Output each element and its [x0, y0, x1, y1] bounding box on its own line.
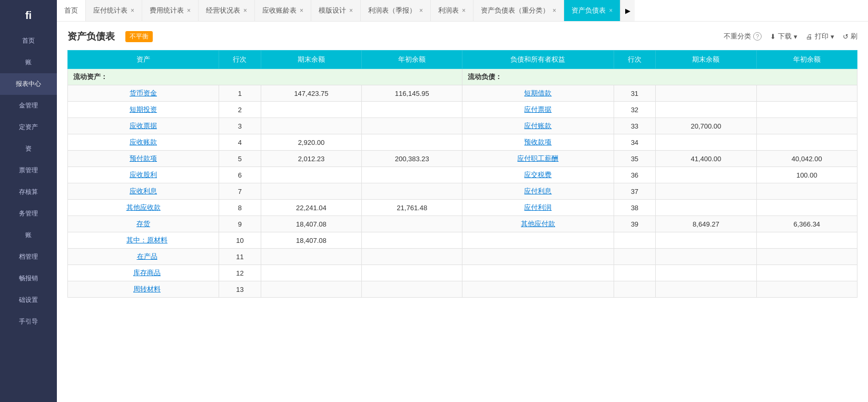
asset-link[interactable]: 应收股利 [130, 171, 157, 179]
tab-income-quarterly[interactable]: 利润表（季报） × [361, 0, 431, 21]
sidebar-item-archive[interactable]: 档管理 [0, 246, 57, 268]
sidebar-item-account2[interactable]: 账 [0, 224, 57, 246]
print-chevron-icon: ▾ [831, 33, 834, 41]
row-num2-cell: 35 [614, 151, 656, 167]
tab-balance-reclassified-close[interactable]: × [553, 7, 556, 14]
row-num-cell: 10 [219, 232, 261, 249]
row-num-cell: 11 [219, 249, 261, 265]
asset-link[interactable]: 预付款项 [130, 154, 157, 162]
tab-balance-label: 资产负债表 [571, 6, 606, 15]
tab-home-label: 首页 [64, 6, 78, 15]
tab-home[interactable]: 首页 [57, 0, 86, 21]
asset-link[interactable]: 应收账款 [130, 138, 157, 146]
period-end-cell [261, 249, 361, 265]
refresh-icon: ↺ [843, 33, 849, 41]
liability-name-cell: 预收款项 [462, 134, 614, 151]
tab-ap-summary[interactable]: 应付统计表 × [86, 0, 142, 21]
asset-link[interactable]: 其他应收款 [126, 203, 161, 211]
tab-operations[interactable]: 经营状况表 × [199, 0, 255, 21]
tab-ap-summary-close[interactable]: × [131, 7, 134, 14]
asset-link[interactable]: 应收票据 [130, 122, 157, 130]
liability-link[interactable]: 应交税费 [524, 171, 551, 179]
asset-link[interactable]: 在产品 [137, 252, 157, 260]
liability-link[interactable]: 应付利息 [524, 187, 551, 195]
sidebar-item-inventory[interactable]: 存核算 [0, 181, 57, 203]
period-end-cell [261, 265, 361, 281]
print-button[interactable]: 🖨 打印 ▾ [806, 32, 834, 41]
liability-link[interactable]: 短期借款 [524, 89, 551, 97]
asset-name-cell: 短期投资 [68, 102, 219, 118]
refresh-button[interactable]: ↺ 刷 [843, 32, 857, 41]
tab-expense-summary-close[interactable]: × [187, 7, 191, 14]
sidebar-item-home[interactable]: 首页 [0, 30, 57, 52]
asset-link[interactable]: 周转材料 [133, 285, 161, 293]
asset-name-cell: 货币资金 [68, 85, 219, 102]
asset-name-cell: 在产品 [68, 249, 219, 265]
table-row: 应收利息 7 应付利息 37 [68, 183, 857, 200]
asset-link[interactable]: 存货 [136, 220, 150, 228]
sidebar-item-tickets[interactable]: 票管理 [0, 160, 57, 181]
period-end-cell [261, 281, 361, 298]
tab-expense-summary-label: 费用统计表 [150, 6, 184, 15]
sidebar-item-ledger[interactable]: 账 [0, 52, 57, 73]
balance-sheet-table: 资产 行次 期末余额 年初余额 负债和所有者权益 行次 期末余额 年初余额 流动… [67, 50, 857, 298]
tab-balance-close[interactable]: × [609, 7, 613, 14]
period-end2-cell [656, 265, 756, 281]
liability-link[interactable]: 应付利润 [524, 203, 551, 211]
liability-link[interactable]: 应付职工薪酬 [517, 154, 558, 162]
sidebar-item-fixed-assets[interactable]: 定资产 [0, 116, 57, 138]
row-num2-cell: 31 [614, 85, 656, 102]
table-row: 货币资金 1 147,423.75 116,145.95 短期借款 31 [68, 85, 857, 102]
asset-link[interactable]: 应收利息 [130, 187, 157, 195]
tab-template-close[interactable]: × [349, 7, 353, 14]
tab-income-quarterly-close[interactable]: × [419, 7, 423, 14]
sidebar-item-investment[interactable]: 资 [0, 138, 57, 160]
liability-name-cell: 短期借款 [462, 85, 614, 102]
period-end-cell [261, 102, 361, 118]
sidebar-item-reports[interactable]: 报表中心 [0, 73, 57, 95]
sidebar-item-tax[interactable]: 务管理 [0, 203, 57, 224]
tab-expense-summary[interactable]: 费用统计表 × [142, 0, 199, 21]
tab-income[interactable]: 利润表 × [431, 0, 474, 21]
asset-name-cell: 其他应收款 [68, 200, 219, 216]
row-num-cell: 13 [219, 281, 261, 298]
tab-balance-reclassified-label: 资产负债表（重分类） [481, 6, 549, 15]
sidebar-item-settings[interactable]: 础设置 [0, 289, 57, 311]
tab-balance-reclassified[interactable]: 资产负债表（重分类） × [474, 0, 564, 21]
liability-link[interactable]: 其他应付款 [521, 220, 555, 228]
tab-operations-close[interactable]: × [243, 7, 247, 14]
tab-scroll-right[interactable]: ▶ [620, 0, 635, 21]
tab-ar-aging-close[interactable]: × [300, 7, 303, 14]
year-start-cell [362, 265, 462, 281]
liability-link[interactable]: 应付票据 [524, 105, 551, 113]
classify-toggle[interactable]: 不重分类 ? [724, 32, 762, 41]
asset-link[interactable]: 短期投资 [130, 105, 157, 113]
period-end2-cell [656, 134, 756, 151]
liability-link[interactable]: 预收款项 [524, 138, 551, 146]
sidebar-item-cash[interactable]: 金管理 [0, 95, 57, 116]
tab-template[interactable]: 模版设计 × [311, 0, 361, 21]
col-period-end2: 期末余额 [656, 51, 756, 69]
year-start-cell: 21,761.48 [362, 200, 462, 216]
period-end2-cell [656, 102, 756, 118]
year-start-cell [362, 281, 462, 298]
sidebar-logo: fi [25, 5, 32, 30]
liability-link[interactable]: 应付账款 [524, 122, 551, 130]
row-num-cell: 3 [219, 118, 261, 134]
year-start-cell: 116,145.95 [362, 85, 462, 102]
col-year-start2: 年初余额 [756, 51, 857, 69]
tab-ar-aging[interactable]: 应收账龄表 × [255, 0, 311, 21]
row-num-cell: 12 [219, 265, 261, 281]
asset-link[interactable]: 货币资金 [130, 89, 157, 97]
sidebar-item-expense[interactable]: 畅报销 [0, 268, 57, 289]
sidebar-item-guide[interactable]: 手引导 [0, 311, 57, 332]
year-start2-cell [756, 85, 857, 102]
year-start-cell [362, 102, 462, 118]
asset-link[interactable]: 其中：原材料 [126, 236, 167, 244]
asset-link[interactable]: 库存商品 [133, 269, 161, 277]
tab-income-close[interactable]: × [462, 7, 466, 14]
tab-balance[interactable]: 资产负债表 × [564, 0, 620, 21]
col-rownum2: 行次 [614, 51, 656, 69]
row-num-cell: 6 [219, 167, 261, 183]
download-button[interactable]: ⬇ 下载 ▾ [770, 32, 797, 41]
